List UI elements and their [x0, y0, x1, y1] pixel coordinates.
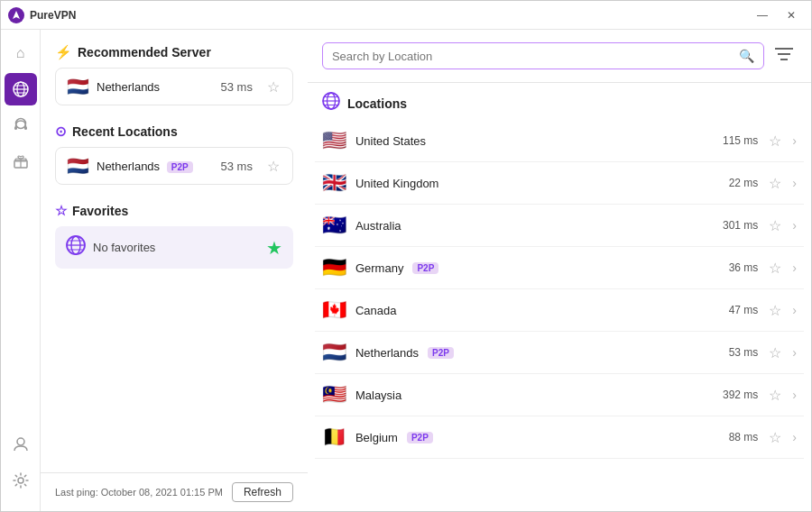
location-flag: 🇳🇱 [322, 341, 346, 364]
sidebar-item-user[interactable] [5, 428, 37, 461]
no-favorites-item: No favorites ★ [55, 226, 293, 269]
search-input[interactable] [332, 50, 732, 63]
settings-icon [13, 472, 29, 489]
location-favorite-button[interactable]: ☆ [767, 131, 783, 151]
location-ping: 22 ms [713, 177, 758, 189]
sidebar-item-home[interactable]: ⌂ [5, 37, 37, 69]
recommended-title: ⚡ Recommended Server [55, 44, 293, 60]
right-panel: 🔍 [308, 30, 811, 511]
gift-icon [13, 153, 29, 169]
location-favorite-button[interactable]: ☆ [767, 427, 783, 448]
location-favorite-button[interactable]: ☆ [767, 343, 783, 363]
location-row[interactable]: 🇧🇪 BelgiumP2P 88 ms ☆ › [315, 416, 804, 459]
star-icon: ☆ [55, 203, 67, 219]
location-name: Canada [355, 304, 704, 317]
location-row[interactable]: 🇬🇧 United Kingdom 22 ms ☆ › [315, 162, 804, 205]
favorites-star-icon: ★ [266, 237, 282, 259]
location-p2p-badge: P2P [412, 262, 438, 274]
titlebar-controls: — ✕ [750, 6, 804, 24]
location-name: BelgiumP2P [355, 431, 704, 444]
svg-point-15 [17, 438, 24, 445]
sidebar: ⌂ [1, 30, 41, 511]
recommended-flag: 🇳🇱 [67, 76, 89, 97]
recent-item[interactable]: 🇳🇱 Netherlands P2P 53 ms ☆ [55, 147, 293, 185]
location-chevron-icon: › [792, 261, 797, 275]
location-favorite-button[interactable]: ☆ [767, 258, 783, 279]
location-row[interactable]: 🇳🇱 NetherlandsP2P 53 ms ☆ › [315, 332, 804, 374]
recent-ping: 53 ms [221, 160, 253, 173]
search-icon: 🔍 [739, 49, 754, 63]
locations-title: Locations [347, 96, 407, 111]
status-bar: Last ping: October 08, 2021 01:15 PM Ref… [41, 472, 308, 511]
location-row[interactable]: 🇲🇾 Malaysia 392 ms ☆ › [315, 374, 804, 416]
location-favorite-button[interactable]: ☆ [767, 173, 783, 194]
location-flag: 🇬🇧 [322, 171, 346, 195]
recommended-name: Netherlands [97, 80, 214, 94]
recent-p2p-badge: P2P [167, 161, 193, 173]
locations-globe-icon [322, 92, 340, 114]
search-input-wrap[interactable]: 🔍 [322, 42, 764, 69]
filter-button[interactable] [771, 43, 797, 69]
location-name: United Kingdom [355, 177, 704, 190]
location-row[interactable]: 🇨🇦 Canada 47 ms ☆ › [315, 289, 804, 332]
location-flag: 🇩🇪 [322, 256, 346, 279]
location-row[interactable]: 🇺🇸 United States 115 ms ☆ › [315, 120, 804, 162]
last-ping-text: Last ping: October 08, 2021 01:15 PM [55, 487, 223, 498]
location-chevron-icon: › [792, 303, 797, 317]
recent-name: Netherlands P2P [97, 160, 214, 173]
filter-icon [775, 47, 793, 61]
location-flag: 🇲🇾 [322, 383, 346, 407]
location-name: Australia [355, 219, 704, 233]
sidebar-item-gift[interactable] [5, 145, 37, 178]
sidebar-item-globe[interactable] [5, 73, 37, 105]
location-ping: 301 ms [713, 219, 758, 232]
titlebar-left: PureVPN [8, 7, 76, 23]
location-chevron-icon: › [792, 388, 797, 402]
minimize-button[interactable]: — [750, 6, 775, 24]
globe-nav-icon [13, 81, 29, 97]
location-favorite-button[interactable]: ☆ [767, 300, 783, 321]
recommended-favorite-button[interactable]: ☆ [265, 77, 281, 97]
location-row[interactable]: 🇩🇪 GermanyP2P 36 ms ☆ › [315, 247, 804, 289]
location-favorite-button[interactable]: ☆ [767, 215, 783, 236]
recommended-ping: 53 ms [221, 80, 253, 94]
sidebar-item-settings[interactable] [5, 464, 37, 497]
no-favorites-globe-icon [66, 235, 86, 260]
search-bar: 🔍 [308, 30, 811, 83]
headset-icon [13, 117, 29, 133]
left-panel: ⚡ Recommended Server 🇳🇱 Netherlands 53 m… [41, 30, 308, 472]
location-ping: 88 ms [713, 431, 758, 443]
location-ping: 115 ms [713, 134, 758, 147]
favorites-section: ☆ Favorites No favorites ★ [55, 203, 293, 269]
recent-title: ⊙ Recent Locations [55, 123, 293, 140]
locations-list: Locations 🇺🇸 United States 115 ms ☆ › 🇬🇧… [308, 83, 811, 511]
titlebar: PureVPN — ✕ [1, 1, 811, 30]
recent-flag: 🇳🇱 [67, 155, 89, 177]
location-row[interactable]: 🇦🇺 Australia 301 ms ☆ › [315, 205, 804, 247]
location-p2p-badge: P2P [407, 432, 433, 443]
location-p2p-badge: P2P [428, 347, 454, 359]
app-body: ⌂ [1, 30, 811, 511]
location-chevron-icon: › [792, 176, 797, 190]
left-panel-wrapper: ⚡ Recommended Server 🇳🇱 Netherlands 53 m… [41, 30, 308, 511]
app-title: PureVPN [30, 9, 76, 22]
refresh-button[interactable]: Refresh [232, 482, 293, 502]
location-chevron-icon: › [792, 218, 797, 233]
no-favorites-text: No favorites [93, 241, 259, 254]
location-ping: 53 ms [713, 346, 758, 359]
location-flag: 🇨🇦 [322, 298, 346, 322]
svg-point-7 [15, 119, 25, 129]
location-name: Malaysia [355, 389, 704, 402]
purevpn-logo [8, 7, 24, 23]
recent-section: ⊙ Recent Locations 🇳🇱 Netherlands P2P 53… [55, 123, 293, 185]
location-favorite-button[interactable]: ☆ [767, 385, 783, 406]
close-button[interactable]: ✕ [779, 6, 804, 24]
recent-favorite-button[interactable]: ☆ [265, 156, 281, 177]
location-chevron-icon: › [792, 430, 797, 444]
clock-icon: ⊙ [55, 123, 67, 140]
recommended-item[interactable]: 🇳🇱 Netherlands 53 ms ☆ [55, 68, 293, 105]
user-icon [13, 436, 29, 453]
location-name: NetherlandsP2P [355, 346, 704, 360]
sidebar-item-support[interactable] [5, 109, 37, 142]
location-flag: 🇧🇪 [322, 425, 346, 449]
